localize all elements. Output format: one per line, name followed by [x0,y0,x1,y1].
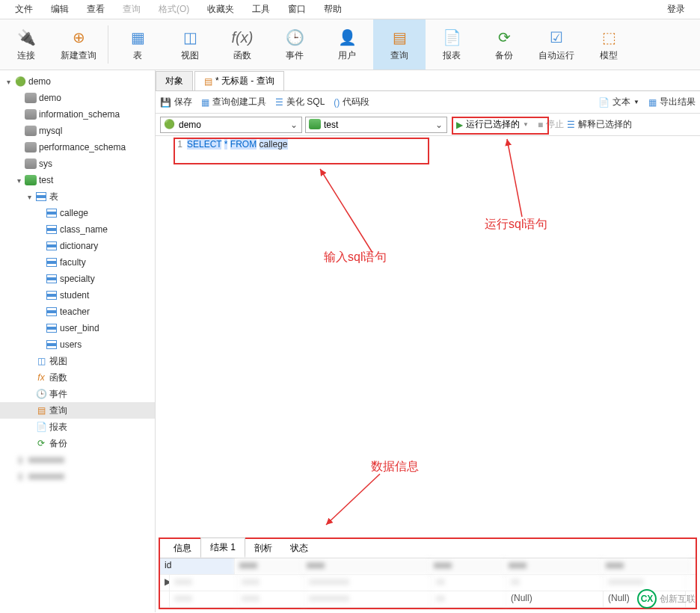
line-number: 1 [171,139,187,537]
table-icon [45,239,58,253]
clock-icon: 🕒 [284,27,305,48]
database-combo[interactable]: test⌄ [305,117,447,133]
menu-view[interactable]: 查看 [78,3,114,16]
explain-button[interactable]: ☰解释已选择的 [567,118,632,131]
table-icon [45,206,58,220]
builder-icon: ▦ [201,97,209,108]
user-button[interactable]: 👤用户 [321,19,373,70]
code-button[interactable]: ()代码段 [334,96,369,108]
auto-button[interactable]: ☑自动运行 [530,19,583,70]
backup-icon: ⟳ [494,27,515,48]
menu-edit[interactable]: 编辑 [42,3,78,16]
main-panel: 对象 ▤* 无标题 - 查询 💾保存 ▦查询创建工具 ☰美化 SQL ()代码段… [156,70,700,612]
builder-button[interactable]: ▦查询创建工具 [201,96,266,108]
db-information-schema[interactable]: information_schema [0,106,155,123]
menu-query[interactable]: 查询 [114,3,150,16]
table-specialty[interactable]: specialty [0,271,155,287]
save-button[interactable]: 💾保存 [160,96,192,108]
views-folder[interactable]: ◫视图 [0,353,155,369]
tab-info[interactable]: 信息 [165,539,200,558]
db-bar: 🟢demo⌄ test⌄ ▶运行已选择的▼ ■停止 ☰解释已选择的 [156,114,700,136]
backups-folder[interactable]: ⟳备份 [0,435,155,452]
tab-result1[interactable]: 结果 1 [200,537,245,558]
stop-button[interactable]: ■停止 [538,118,564,131]
run-button[interactable]: ▶运行已选择的▼ [450,117,535,133]
view-button[interactable]: ◫视图 [164,19,216,70]
nav-tree: ▾🟢demo demo information_schema mysql per… [0,70,156,612]
connection-icon: 🟢 [13,75,27,88]
table-icon [45,272,58,286]
grid-row[interactable]: ▶ xxxx xxxx xxxxxxxxx xx xx xxxxxxxx [160,575,696,591]
database-icon [24,141,37,154]
new-query-icon: ⊕ [68,27,89,48]
query-button[interactable]: ▤查询 [373,19,426,70]
event-button[interactable]: 🕒事件 [268,19,321,70]
beautify-icon: ☰ [275,97,283,108]
table-dictionary[interactable]: dictionary [0,238,155,254]
table-user-bind[interactable]: user_bind [0,320,155,336]
tables-folder[interactable]: ▾表 [0,188,155,205]
menu-file[interactable]: 文件 [6,3,42,16]
explain-icon: ☰ [567,120,575,130]
menu-window[interactable]: 窗口 [279,3,315,16]
stop-icon: ■ [538,120,543,130]
connect-button[interactable]: 🔌连接 [0,19,52,70]
db-test[interactable]: ▾test [0,172,155,188]
events-folder[interactable]: 🕒事件 [0,386,155,402]
menu-tools[interactable]: 工具 [243,3,279,16]
connection-combo[interactable]: 🟢demo⌄ [160,117,302,133]
menu-format[interactable]: 格式(O) [150,3,198,16]
view-icon: ◫ [179,27,200,48]
export-button[interactable]: ▦导出结果 [648,96,696,108]
report-button[interactable]: 📄报表 [426,19,478,70]
reports-folder[interactable]: 📄报表 [0,419,155,435]
result-tabs: 信息 结果 1 剖析 状态 [160,539,696,558]
menu-help[interactable]: 帮助 [315,3,351,16]
tab-query[interactable]: ▤* 无标题 - 查询 [194,71,284,90]
db-demo[interactable]: demo [0,90,155,106]
text-button[interactable]: 📄文本▼ [598,96,639,108]
table-icon [45,321,58,335]
view-icon: ◫ [34,354,48,368]
beautify-button[interactable]: ☰美化 SQL [275,96,325,108]
table-button[interactable]: ▦表 [111,19,164,70]
fx-icon: fx [34,371,48,384]
database-icon [24,173,37,187]
grid-row[interactable]: xxxx xxxx xxxxxxxxx xx (Null) (Null) [160,591,696,608]
export-icon: ▦ [648,97,657,108]
table-faculty[interactable]: faculty [0,254,155,271]
table-student[interactable]: student [0,287,155,304]
conn-node[interactable]: ▾🟢demo [0,73,155,90]
db-sys[interactable]: sys [0,155,155,172]
backup-button[interactable]: ⟳备份 [478,19,530,70]
table-teacher[interactable]: teacher [0,304,155,320]
table-icon [45,305,58,318]
main-toolbar: 🔌连接 ⊕新建查询 ▦表 ◫视图 f(x)函数 🕒事件 👤用户 ▤查询 📄报表 … [0,19,700,70]
model-button[interactable]: ⬚模型 [583,19,635,70]
table-users[interactable]: users [0,336,155,353]
result-grid[interactable]: id xxxx xxxx xxxx xxxx xxxx ▶ xxxx xxxx … [160,558,696,608]
report-icon: 📄 [34,420,48,434]
sql-editor[interactable]: 1 SELECT * FROM callege [156,136,700,537]
tab-status[interactable]: 状态 [281,539,317,558]
table-class-name[interactable]: class_name [0,221,155,238]
funcs-folder[interactable]: fx函数 [0,369,155,386]
fx-icon: f(x) [232,27,253,48]
grid-header: id xxxx xxxx xxxx xxxx xxxx [160,558,696,575]
dropdown-icon: ▼ [523,121,529,128]
db-mysql[interactable]: mysql [0,123,155,139]
menu-login[interactable]: 登录 [658,3,694,16]
db-performance-schema[interactable]: performance_schema [0,139,155,155]
col-id[interactable]: id [160,558,235,574]
schedule-icon: ☑ [546,27,567,48]
queries-folder[interactable]: ▤查询 [0,402,155,419]
tab-objects[interactable]: 对象 [156,71,193,90]
new-query-button[interactable]: ⊕新建查询 [52,19,105,70]
query-toolbar: 💾保存 ▦查询创建工具 ☰美化 SQL ()代码段 📄文本▼ ▦导出结果 [156,91,700,114]
func-button[interactable]: f(x)函数 [216,19,268,70]
watermark: CX创新互联 [637,589,696,609]
database-icon [24,91,37,105]
table-callege[interactable]: callege [0,205,155,221]
menu-fav[interactable]: 收藏夹 [198,3,243,16]
tab-profile[interactable]: 剖析 [245,539,281,558]
